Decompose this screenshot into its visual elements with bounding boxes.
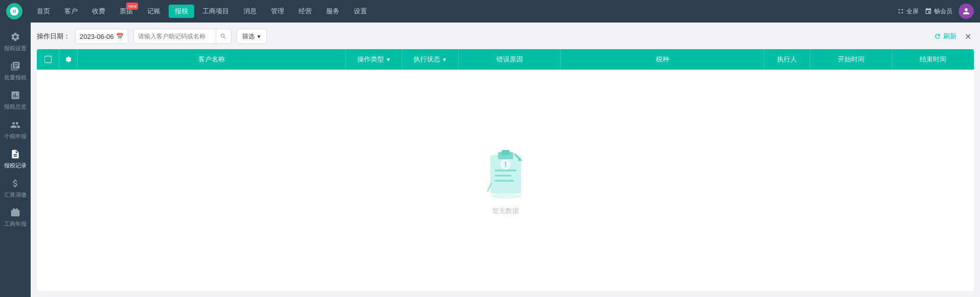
empty-text: 暂无数据: [492, 206, 519, 216]
date-value: 2023-06-06: [80, 33, 114, 40]
annual-report-icon: [9, 206, 21, 219]
calendar-icon: 📅: [116, 33, 124, 40]
search-box: [133, 29, 232, 44]
nav-item-manage[interactable]: 管理: [265, 5, 290, 18]
batch-tax-icon: [9, 60, 21, 72]
nav-item-industry[interactable]: 工商项目: [196, 5, 235, 18]
svg-rect-2: [502, 150, 510, 155]
nav-item-home[interactable]: 首页: [31, 5, 56, 18]
th-tax-type: 税种: [561, 49, 764, 70]
new-badge: new: [126, 3, 138, 10]
nav-item-tax[interactable]: 报税: [169, 5, 194, 18]
filter-chevron-icon: ▼: [257, 34, 262, 39]
th-executor: 执行人: [764, 49, 810, 70]
th-end-time: 结束时间: [892, 49, 974, 70]
app-logo[interactable]: [6, 3, 22, 19]
nav-item-message[interactable]: 消息: [237, 5, 263, 18]
svg-point-11: [490, 194, 521, 199]
th-start-time: 开始时间: [810, 49, 892, 70]
date-label: 操作日期：: [37, 32, 70, 41]
th-error-reason: 错误原因: [459, 49, 561, 70]
sidebar-item-annual-report[interactable]: 工商年报: [0, 202, 31, 231]
search-button[interactable]: [216, 29, 231, 44]
fullscreen-button[interactable]: 全屏: [897, 7, 919, 16]
empty-state-svg: !: [480, 145, 531, 201]
refresh-label: 刷新: [943, 32, 956, 41]
sidebar-item-tax-summary[interactable]: 报税总览: [0, 85, 31, 114]
member-button[interactable]: 畅会员: [925, 7, 952, 16]
personal-tax-icon: [9, 119, 21, 131]
toolbar: 操作日期： 2023-06-06 📅 筛选 ▼ 刷新 ✕: [37, 29, 974, 44]
sort-op-type-icon: ▼: [386, 57, 391, 62]
sidebar-item-tax-settings[interactable]: 报税设置: [0, 27, 31, 56]
sidebar-item-tax-record[interactable]: 报税记录: [0, 144, 31, 173]
sidebar-item-batch-tax[interactable]: 批量报税: [0, 56, 31, 85]
nav-item-settings[interactable]: 设置: [348, 5, 373, 18]
sidebar-label-tax-record: 报税记录: [4, 162, 27, 169]
avatar[interactable]: [959, 4, 974, 19]
th-checkbox[interactable]: [37, 49, 59, 70]
th-gear[interactable]: [59, 49, 78, 70]
search-input[interactable]: [134, 33, 216, 40]
date-input[interactable]: 2023-06-06 📅: [75, 29, 128, 44]
nav-item-operation[interactable]: 经营: [292, 5, 318, 18]
nav-item-accounting[interactable]: 记账: [141, 5, 167, 18]
svg-text:!: !: [504, 160, 507, 168]
main-layout: 报税设置 批量报税 报税总览 个税申报 报税记录: [0, 23, 980, 297]
sidebar-item-personal-tax[interactable]: 个税申报: [0, 115, 31, 144]
sidebar-label-remittance: 汇算清缴: [4, 192, 27, 198]
th-exec-status[interactable]: 执行状态 ▼: [402, 49, 459, 70]
table-header: 客户名称 操作类型 ▼ 执行状态 ▼ 错误原因 税种 执行人: [37, 49, 974, 70]
nav-item-service[interactable]: 服务: [320, 5, 346, 18]
tax-settings-icon: [9, 31, 21, 43]
nav-items: 首页 客户 收费 票据 new 记账 报税 工商项目 消息 管理 经营 服务 设…: [31, 5, 897, 18]
nav-right: 全屏 畅会员: [897, 4, 974, 19]
table-body: ! 暂无数据: [37, 70, 974, 291]
content-area: 操作日期： 2023-06-06 📅 筛选 ▼ 刷新 ✕: [31, 23, 980, 297]
nav-item-invoice[interactable]: 票据 new: [113, 5, 139, 18]
remittance-icon: [9, 177, 21, 189]
nav-item-billing[interactable]: 收费: [86, 5, 111, 18]
sort-exec-status-icon: ▼: [442, 57, 447, 62]
sidebar-label-tax-summary: 报税总览: [4, 103, 27, 110]
tax-record-icon: [9, 148, 21, 160]
sidebar-label-tax-settings: 报税设置: [4, 45, 27, 52]
tax-summary-icon: [9, 89, 21, 101]
sidebar-label-personal-tax: 个税申报: [4, 133, 27, 140]
close-button[interactable]: ✕: [962, 30, 974, 43]
th-op-type[interactable]: 操作类型 ▼: [346, 49, 402, 70]
sidebar-label-annual-report: 工商年报: [4, 221, 27, 227]
top-nav: 首页 客户 收费 票据 new 记账 报税 工商项目 消息 管理 经营 服务 设…: [0, 0, 980, 23]
refresh-button[interactable]: 刷新: [934, 32, 956, 41]
sidebar: 报税设置 批量报税 报税总览 个税申报 报税记录: [0, 23, 31, 297]
th-customer-name: 客户名称: [78, 49, 346, 70]
table-container: 客户名称 操作类型 ▼ 执行状态 ▼ 错误原因 税种 执行人: [37, 49, 974, 291]
empty-illustration: ! 暂无数据: [480, 145, 531, 216]
select-all-checkbox[interactable]: [44, 56, 52, 63]
filter-label: 筛选: [242, 32, 255, 41]
sidebar-item-remittance[interactable]: 汇算清缴: [0, 173, 31, 202]
sidebar-label-batch-tax: 批量报税: [4, 74, 27, 81]
filter-button[interactable]: 筛选 ▼: [237, 29, 267, 44]
nav-item-customer[interactable]: 客户: [58, 5, 84, 18]
